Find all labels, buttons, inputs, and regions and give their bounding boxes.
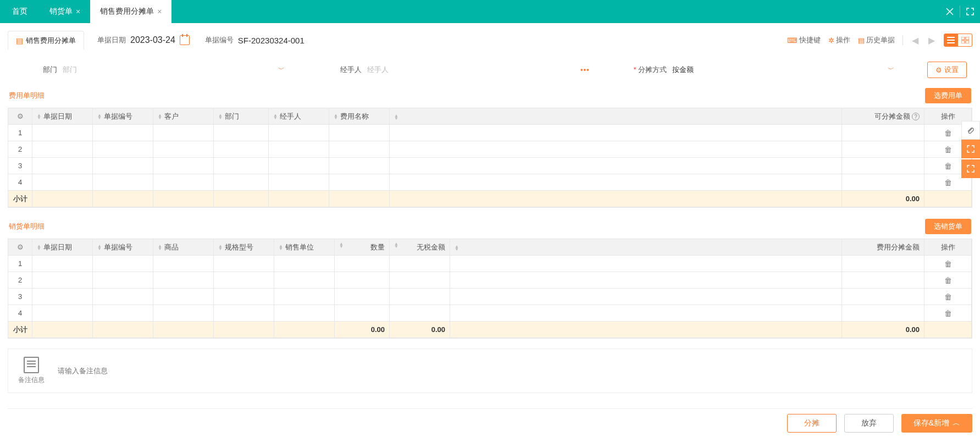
col-date[interactable]: ▲▼单据日期 xyxy=(32,239,93,256)
method-input[interactable]: 按金额 ﹀ xyxy=(672,62,894,78)
attachment-button[interactable] xyxy=(961,121,980,140)
table-row[interactable]: 1🗑 xyxy=(8,256,972,272)
dept-input[interactable]: 部门 ﹀ xyxy=(63,62,285,78)
history-icon: ▤ xyxy=(858,36,865,45)
trash-icon[interactable]: 🗑 xyxy=(944,129,952,137)
fullscreen-button[interactable] xyxy=(960,0,980,23)
col-product[interactable]: ▲▼商品 xyxy=(153,239,214,256)
table-row[interactable]: 1🗑 xyxy=(8,125,972,141)
sort-icon: ▲▼ xyxy=(158,114,162,119)
col-qty[interactable]: ▲▼数量 xyxy=(335,239,390,256)
expense-table: ⚙ ▲▼单据日期 ▲▼单据编号 ▲▼客户 ▲▼部门 ▲▼经手人 ▲▼费用名称 ▲… xyxy=(8,108,972,208)
dept-placeholder: 部门 xyxy=(63,65,77,75)
document-type-label: 销售费用分摊单 xyxy=(26,36,76,46)
history-link[interactable]: ▤历史单据 xyxy=(858,35,895,45)
field-method: *分摊方式 按金额 ﹀ xyxy=(623,62,894,78)
table-row[interactable]: 3🗑 xyxy=(8,289,972,305)
col-unit[interactable]: ▲▼销售单位 xyxy=(274,239,335,256)
next-button[interactable]: ▶ xyxy=(927,35,936,46)
list-view-button[interactable] xyxy=(944,34,958,47)
section2-bar: 销货单明细 选销货单 xyxy=(8,219,972,234)
shortcut-link[interactable]: ⌨快捷键 xyxy=(787,35,821,45)
col-handler[interactable]: ▲▼经手人 xyxy=(269,108,329,125)
close-all-button[interactable] xyxy=(940,0,960,23)
sort-icon: ▲▼ xyxy=(97,114,102,119)
close-icon[interactable]: × xyxy=(76,7,80,16)
settings-button[interactable]: ⚙ 设置 xyxy=(927,62,967,78)
expand-button[interactable] xyxy=(961,140,980,158)
fields-row: 部门 部门 ﹀ 经手人 经手人 ••• *分摊方式 按金额 ﹀ ⚙ 设置 xyxy=(8,53,972,85)
dept-label: 部门 xyxy=(13,65,57,75)
col-date[interactable]: ▲▼单据日期 xyxy=(32,108,93,125)
col-spec[interactable]: ▲▼规格型号 xyxy=(214,239,274,256)
field-dept: 部门 部门 ﹀ xyxy=(13,62,285,78)
col-empty: ▲▼ xyxy=(450,239,842,256)
more-icon: ••• xyxy=(580,65,590,74)
col-dept[interactable]: ▲▼部门 xyxy=(214,108,269,125)
table-row[interactable]: 4🗑 xyxy=(8,174,972,191)
table-settings-header[interactable]: ⚙ xyxy=(8,239,32,256)
docno-value: SF-20230324-001 xyxy=(238,36,304,45)
select-sales-button[interactable]: 选销货单 xyxy=(925,219,971,234)
col-alloc-amount[interactable]: 可分摊金额? xyxy=(842,108,924,125)
tab-home[interactable]: 首页 xyxy=(0,0,40,23)
chevron-down-icon: ﹀ xyxy=(278,65,285,74)
section2-title: 销货单明细 xyxy=(9,222,45,231)
calendar-icon[interactable] xyxy=(180,35,190,45)
tab-sales-expense[interactable]: 销售费用分摊单× xyxy=(90,0,171,23)
col-amount-no-tax[interactable]: ▲▼无税金额 xyxy=(390,239,450,256)
date-value[interactable]: 2023-03-24 xyxy=(130,35,175,45)
operate-link[interactable]: ✲操作 xyxy=(828,35,850,45)
remark-input[interactable] xyxy=(58,362,962,380)
select-expense-button[interactable]: 选费用单 xyxy=(925,88,971,103)
document-icon: ▤ xyxy=(16,36,23,45)
trash-icon[interactable]: 🗑 xyxy=(944,292,952,301)
prev-button[interactable]: ◀ xyxy=(911,35,920,46)
col-expense-name[interactable]: ▲▼费用名称 xyxy=(329,108,390,125)
side-tools xyxy=(961,121,980,178)
sort-icon: ▲▼ xyxy=(394,114,398,120)
col-no[interactable]: ▲▼单据编号 xyxy=(93,239,153,256)
tab-sales-order-label: 销货单 xyxy=(49,7,73,16)
tab-sales-order[interactable]: 销货单× xyxy=(40,0,90,23)
trash-icon[interactable]: 🗑 xyxy=(944,276,952,285)
trash-icon[interactable]: 🗑 xyxy=(944,162,952,170)
trash-icon[interactable]: 🗑 xyxy=(944,178,952,187)
col-empty: ▲▼ xyxy=(390,108,842,125)
sort-icon: ▲▼ xyxy=(218,245,223,250)
help-icon[interactable]: ? xyxy=(912,113,920,120)
svg-rect-2 xyxy=(961,41,965,43)
expand-button-2[interactable] xyxy=(961,159,980,178)
gear-icon: ⚙ xyxy=(935,66,942,74)
section1-title: 费用单明细 xyxy=(9,91,45,101)
handler-input[interactable]: 经手人 ••• xyxy=(367,62,589,78)
col-no[interactable]: ▲▼单据编号 xyxy=(93,108,153,125)
col-customer[interactable]: ▲▼客户 xyxy=(153,108,214,125)
document-type-tab[interactable]: ▤ 销售费用分摊单 xyxy=(8,31,84,49)
handler-label: 经手人 xyxy=(318,65,362,75)
allocate-button[interactable]: 分摊 xyxy=(787,414,837,433)
table-row[interactable]: 2🗑 xyxy=(8,141,972,158)
table-row[interactable]: 3🗑 xyxy=(8,158,972,174)
discard-button[interactable]: 放弃 xyxy=(844,414,894,433)
svg-rect-3 xyxy=(966,41,969,43)
table-settings-header[interactable]: ⚙ xyxy=(8,108,32,125)
table-row[interactable]: 4🗑 xyxy=(8,305,972,322)
col-expense-alloc[interactable]: 费用分摊金额 xyxy=(842,239,924,256)
sort-icon: ▲▼ xyxy=(455,245,459,251)
close-icon[interactable]: × xyxy=(157,7,162,16)
trash-icon[interactable]: 🗑 xyxy=(944,145,952,154)
sort-icon: ▲▼ xyxy=(279,245,283,250)
date-label: 单据日期 xyxy=(97,35,126,45)
sort-icon: ▲▼ xyxy=(37,114,41,119)
sort-icon: ▲▼ xyxy=(394,242,398,248)
header-right: ⌨快捷键 ✲操作 ▤历史单据 ◀ ▶ xyxy=(787,34,972,47)
trash-icon[interactable]: 🗑 xyxy=(944,309,952,318)
sales-table: ⚙ ▲▼单据日期 ▲▼单据编号 ▲▼商品 ▲▼规格型号 ▲▼销售单位 ▲▼数量 … xyxy=(8,239,972,339)
separator xyxy=(903,35,903,45)
save-new-button[interactable]: 保存&新增︿ xyxy=(901,414,972,433)
grid-view-button[interactable] xyxy=(958,34,972,47)
trash-icon[interactable]: 🗑 xyxy=(944,259,952,268)
tab-sales-expense-label: 销售费用分摊单 xyxy=(100,7,154,16)
table-row[interactable]: 2🗑 xyxy=(8,272,972,289)
